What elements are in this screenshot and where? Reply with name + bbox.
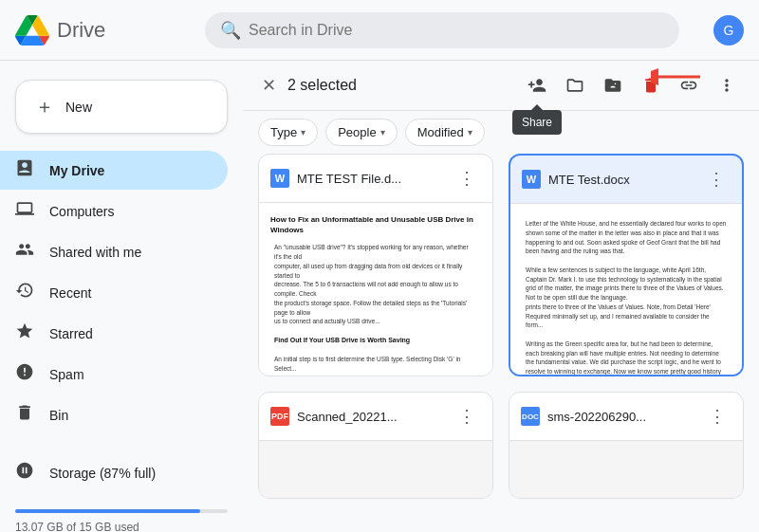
toolbar: ✕ 2 selected Share [243, 61, 759, 111]
file-preview-4 [509, 441, 743, 498]
file-preview-2: Letter of the White House, and he essent… [510, 204, 742, 375]
storage-bar-fill [15, 509, 200, 513]
file-name-3: Scanned_20221... [297, 410, 445, 424]
file-preview-3 [259, 441, 492, 498]
new-button-label: New [65, 100, 92, 115]
filter-type-label: Type [270, 125, 297, 139]
file-card-2-header: W MTE Test.docx ⋮ [510, 156, 742, 204]
file-card-1[interactable]: W MTE TEST File.d... ⋮ How to Fix an Unf… [258, 154, 493, 376]
preview-text-2: Letter of the White House, and he essent… [522, 215, 731, 375]
sidebar-item-shared-with-me[interactable]: Shared with me [0, 232, 228, 271]
header: Drive 🔍 G [0, 0, 759, 61]
sidebar-item-my-drive-label: My Drive [49, 163, 104, 178]
sidebar-item-bin-label: Bin [49, 408, 68, 423]
sidebar-item-starred[interactable]: Starred [0, 314, 228, 353]
filter-type[interactable]: Type ▾ [258, 119, 318, 146]
more-options-icon [717, 76, 736, 95]
share-tooltip-container: Share [520, 68, 554, 102]
search-bar[interactable]: 🔍 [205, 12, 679, 48]
storage-section: 13.07 GB of 15 GB used Get more storage [0, 494, 243, 532]
shared-with-me-icon [15, 240, 34, 264]
sidebar-item-bin[interactable]: Bin [0, 395, 228, 434]
file-card-3-header: PDF Scanned_20221... ⋮ [259, 393, 492, 441]
starred-icon [15, 321, 34, 345]
sidebar-item-storage-label: Storage (87% full) [49, 466, 156, 481]
sidebar-item-storage[interactable]: Storage (87% full) [0, 453, 228, 492]
folder-icon [603, 76, 622, 95]
filter-people-label: People [338, 125, 376, 139]
preview-text-1: An "unusable USB drive"? It's stopped wo… [270, 239, 481, 374]
bin-icon [15, 403, 34, 427]
close-icon[interactable]: ✕ [258, 71, 280, 100]
spam-icon [15, 362, 34, 386]
sidebar-item-spam-label: Spam [49, 367, 84, 382]
word-icon-2: W [522, 170, 541, 189]
share-people-icon [528, 76, 546, 95]
file-menu-2[interactable]: ⋮ [702, 167, 731, 192]
filter-modified[interactable]: Modified ▾ [405, 119, 485, 146]
computers-icon [15, 199, 34, 223]
filter-type-arrow: ▾ [301, 127, 305, 138]
gdoc-icon-4: DOC [521, 407, 540, 426]
sidebar-item-computers-label: Computers [49, 204, 114, 219]
storage-text: 13.07 GB of 15 GB used [15, 521, 228, 532]
file-card-3[interactable]: PDF Scanned_20221... ⋮ [258, 392, 493, 499]
file-menu-3[interactable]: ⋮ [453, 404, 481, 429]
recent-icon [15, 281, 34, 304]
filter-modified-label: Modified [417, 125, 464, 139]
toolbar-actions: Share [520, 68, 744, 102]
file-menu-1[interactable]: ⋮ [453, 166, 481, 191]
files-grid: W MTE TEST File.d... ⋮ How to Fix an Unf… [243, 154, 759, 514]
file-card-2[interactable]: W MTE Test.docx ⋮ Letter of the White Ho… [509, 154, 744, 376]
sidebar-item-recent-label: Recent [49, 285, 91, 301]
avatar: G [713, 15, 744, 46]
sidebar-item-my-drive[interactable]: My Drive [0, 151, 228, 190]
move-icon [565, 76, 584, 95]
sidebar: ＋ New My Drive Computers Shared with me [0, 61, 243, 532]
file-name-2: MTE Test.docx [548, 173, 694, 187]
storage-icon [15, 461, 34, 485]
file-name-1: MTE TEST File.d... [297, 172, 445, 186]
selected-count: 2 selected [287, 77, 512, 94]
search-icon: 🔍 [220, 20, 241, 41]
filter-people-arrow: ▾ [380, 127, 385, 138]
word-icon-1: W [270, 169, 289, 188]
red-arrow-indicator [651, 66, 703, 87]
new-button[interactable]: ＋ New [15, 80, 228, 134]
content: ✕ 2 selected Share [243, 61, 759, 532]
share-people-button[interactable] [520, 68, 554, 102]
file-card-1-header: W MTE TEST File.d... ⋮ [259, 155, 492, 203]
file-card-4-header: DOC sms-202206290... ⋮ [509, 393, 743, 441]
file-name-4: sms-202206290... [547, 410, 695, 424]
add-to-folder-button[interactable] [596, 68, 630, 102]
my-drive-icon [15, 158, 34, 182]
filter-people[interactable]: People ▾ [325, 119, 397, 146]
sidebar-item-shared-with-me-label: Shared with me [49, 245, 141, 260]
drive-logo-icon [15, 13, 49, 47]
file-menu-4[interactable]: ⋮ [703, 404, 731, 429]
move-to-button[interactable] [558, 68, 592, 102]
filter-bar: Type ▾ People ▾ Modified ▾ [243, 111, 759, 154]
logo-area: Drive [15, 13, 205, 47]
preview-heading-1: How to Fix an Unformattable and Unusable… [270, 214, 481, 235]
plus-icon: ＋ [35, 94, 54, 119]
logo-text: Drive [57, 18, 105, 43]
header-right: G [713, 15, 744, 46]
filter-modified-arrow: ▾ [468, 127, 472, 138]
sidebar-item-recent[interactable]: Recent [0, 273, 228, 312]
sidebar-item-starred-label: Starred [49, 326, 93, 341]
more-options-button[interactable] [710, 68, 744, 102]
file-preview-1: How to Fix an Unformattable and Unusable… [259, 203, 492, 374]
storage-bar-bg [15, 509, 228, 513]
pdf-icon-3: PDF [270, 407, 289, 426]
search-input[interactable] [249, 22, 664, 39]
sidebar-item-computers[interactable]: Computers [0, 192, 228, 230]
main-layout: ＋ New My Drive Computers Shared with me [0, 61, 759, 532]
file-card-4[interactable]: DOC sms-202206290... ⋮ [509, 392, 744, 499]
sidebar-item-spam[interactable]: Spam [0, 355, 228, 394]
